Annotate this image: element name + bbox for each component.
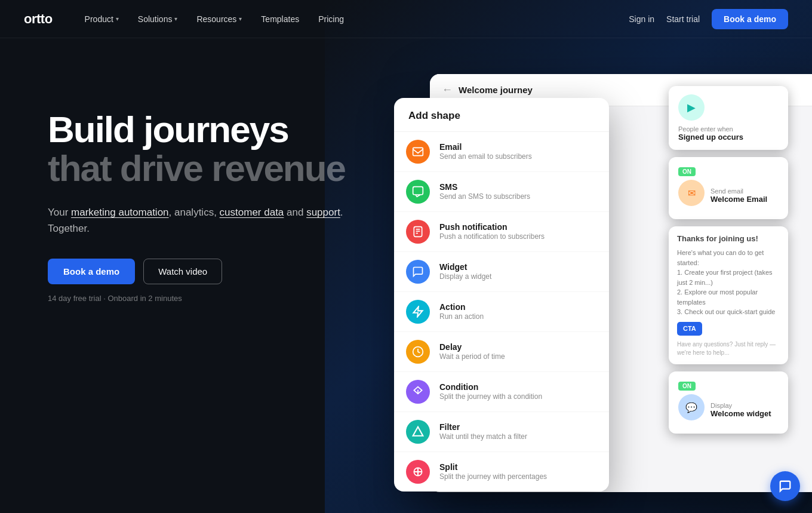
- hero-ctas: Book a demo Watch video: [48, 259, 370, 284]
- start-trial-button[interactable]: Start trial: [666, 14, 700, 24]
- shape-item-delay[interactable]: Delay Wait a period of time: [394, 332, 609, 372]
- add-shape-header: Add shape: [394, 98, 609, 132]
- shape-item-condition[interactable]: Condition Split the journey with a condi…: [394, 372, 609, 412]
- nav-product[interactable]: Product ▾: [76, 11, 127, 27]
- email-preview-footer: Have any questions? Just hit reply — we'…: [677, 340, 780, 357]
- action-shape-icon: [406, 300, 430, 324]
- chat-bubble[interactable]: [770, 471, 800, 501]
- trigger-icon: ▶: [678, 94, 705, 121]
- email-shape-icon: [406, 140, 430, 164]
- email-preview-card: Thanks for joining us! Here's what you c…: [669, 226, 788, 364]
- shape-item-action[interactable]: Action Run an action: [394, 292, 609, 332]
- shape-text-split: Split Split the journey with percentages: [439, 462, 547, 481]
- nav-templates[interactable]: Templates: [253, 11, 307, 27]
- push-shape-icon: [406, 220, 430, 244]
- shape-item-sms[interactable]: SMS Send an SMS to subscribers: [394, 172, 609, 212]
- on-badge: ON: [678, 167, 696, 176]
- journey-cards: ▶ People enter when Signed up occurs ON …: [669, 86, 788, 434]
- email-icon: ✉: [678, 180, 705, 206]
- delay-shape-icon: [406, 340, 430, 364]
- condition-shape-icon: [406, 380, 430, 404]
- send-email-label: Send email: [710, 188, 767, 195]
- shape-item-filter[interactable]: Filter Wait until they match a filter: [394, 412, 609, 452]
- split-shape-icon: [406, 460, 430, 484]
- widget-icon: 💬: [678, 394, 705, 420]
- ui-preview: ← Welcome journey ▶ People enter when Si…: [394, 74, 788, 513]
- nav-resources[interactable]: Resources ▾: [188, 11, 250, 27]
- chevron-down-icon: ▾: [239, 16, 242, 22]
- nav-right: Sign in Start trial Book a demo: [629, 9, 788, 29]
- filter-shape-icon: [406, 420, 430, 444]
- watch-video-button[interactable]: Watch video: [143, 259, 222, 284]
- trigger-label: People enter when: [678, 125, 779, 133]
- entry-trigger-card: ▶ People enter when Signed up occurs: [669, 86, 788, 150]
- shape-item-widget[interactable]: Widget Display a widget: [394, 252, 609, 292]
- book-demo-nav-button[interactable]: Book a demo: [712, 9, 788, 29]
- book-demo-button[interactable]: Book a demo: [48, 259, 135, 284]
- display-widget-value: Welcome widget: [710, 409, 771, 418]
- svg-rect-0: [413, 148, 423, 155]
- nav-links: Product ▾ Solutions ▾ Resources ▾ Templa…: [76, 11, 629, 27]
- marketing-automation-link[interactable]: marketing automation: [71, 207, 168, 218]
- shape-text-widget: Widget Display a widget: [439, 262, 491, 281]
- nav-pricing[interactable]: Pricing: [310, 11, 352, 27]
- on-badge-2: ON: [678, 382, 696, 391]
- send-email-value: Welcome Email: [710, 195, 767, 204]
- wj-title: Welcome journey: [459, 85, 533, 95]
- navbar: ortto Product ▾ Solutions ▾ Resources ▾ …: [0, 0, 812, 38]
- chevron-down-icon: ▾: [116, 16, 119, 22]
- email-preview-cta: CTA: [677, 322, 702, 336]
- nav-solutions[interactable]: Solutions ▾: [130, 11, 186, 27]
- support-link[interactable]: support: [306, 207, 340, 218]
- logo: ortto: [24, 11, 53, 27]
- email-preview-body: Here's what you can do to get started: 1…: [677, 248, 780, 317]
- customer-data-link[interactable]: customer data: [220, 207, 284, 218]
- svg-rect-1: [413, 187, 423, 195]
- main-content: Build journeys that drive revenue Your m…: [0, 38, 812, 513]
- display-widget-label: Display: [710, 402, 771, 409]
- email-preview-title: Thanks for joining us!: [677, 234, 780, 244]
- shape-text-email: Email Send an email to subscribers: [439, 142, 532, 161]
- sms-shape-icon: [406, 180, 430, 204]
- hero-subtitle: Your marketing automation, analytics, cu…: [48, 204, 370, 236]
- chevron-down-icon: ▾: [174, 16, 177, 22]
- signin-button[interactable]: Sign in: [629, 14, 654, 24]
- send-email-card: ON ✉ Send email Welcome Email: [669, 157, 788, 219]
- shape-text-condition: Condition Split the journey with a condi…: [439, 382, 542, 401]
- hero-section: Build journeys that drive revenue Your m…: [48, 86, 370, 303]
- hero-badge: 14 day free trial · Onboard in 2 minutes: [48, 294, 370, 303]
- shape-text-push: Push notification Push a notification to…: [439, 222, 545, 241]
- add-shape-panel: Add shape Email Send an email to subscri…: [394, 98, 609, 492]
- display-widget-card: ON 💬 Display Welcome widget: [669, 371, 788, 434]
- shape-text-action: Action Run an action: [439, 302, 484, 321]
- hero-title-light: that drive revenue: [48, 149, 370, 188]
- widget-shape-icon: [406, 260, 430, 284]
- svg-marker-8: [413, 427, 423, 436]
- shape-item-split[interactable]: Split Split the journey with percentages: [394, 452, 609, 492]
- svg-marker-6: [414, 307, 423, 317]
- shape-item-push[interactable]: Push notification Push a notification to…: [394, 212, 609, 252]
- shape-item-email[interactable]: Email Send an email to subscribers: [394, 132, 609, 172]
- shape-text-sms: SMS Send an SMS to subscribers: [439, 182, 530, 201]
- back-icon[interactable]: ←: [442, 84, 453, 96]
- trigger-value: Signed up occurs: [678, 133, 779, 142]
- shape-text-filter: Filter Wait until they match a filter: [439, 422, 527, 441]
- hero-title-bold: Build journeys: [48, 110, 370, 149]
- shape-text-delay: Delay Wait a period of time: [439, 342, 505, 361]
